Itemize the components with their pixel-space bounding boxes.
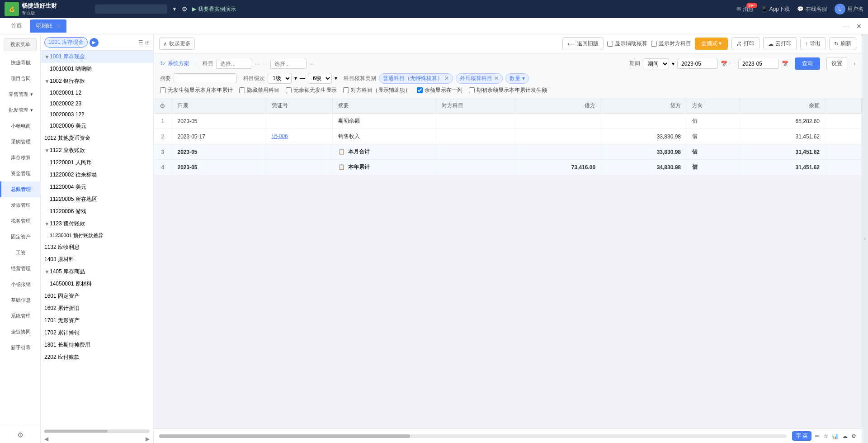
cb-balance-one-col[interactable]: 余额显示在一列 (417, 86, 462, 94)
subject-end-more-icon[interactable]: ··· (309, 61, 314, 67)
sidebar-item-report[interactable]: 小畅报销 (0, 276, 40, 292)
gold-format-btn[interactable]: 金额式 ▾ (695, 38, 728, 50)
tree-item-11220006[interactable]: 11220006 游戏 (41, 205, 153, 218)
sidebar-item-inventory-check[interactable]: 库存核算 (0, 150, 40, 166)
app-download-btn[interactable]: 📱 App下载 (761, 5, 790, 13)
sidebar-item-sys-mgmt[interactable]: 系统管理 (0, 308, 40, 324)
tab-close-all-btn[interactable]: ✕ (854, 22, 863, 31)
message-btn[interactable]: ✉ 消息 99+ (736, 5, 754, 13)
period-from-input[interactable] (677, 59, 718, 69)
user-area[interactable]: U 用户名 (835, 4, 863, 14)
tree-item-10020003[interactable]: 10020003 122 (41, 109, 153, 120)
sidebar-item-retail-mgmt[interactable]: 零售管理 ▾ (0, 86, 40, 102)
sidebar-item-quick-nav[interactable]: 快捷导航 (0, 55, 40, 71)
tree-collapse-btn[interactable]: ⊞ (145, 39, 150, 46)
period-calendar-icon-from[interactable]: 📅 (721, 61, 727, 67)
sidebar-item-new-guide[interactable]: 新手引导 (0, 340, 40, 356)
tree-item-1601[interactable]: 1601 固定资产 (41, 290, 153, 302)
tree-item-1701[interactable]: 1701 无形资产 (41, 314, 153, 327)
bottom-icon-4[interactable]: ☁ (842, 433, 848, 439)
tree-item-10020006[interactable]: 10020006 美元 (41, 120, 153, 132)
online-service-btn[interactable]: 💬 在线客服 (797, 5, 827, 13)
type-tag-foreign-close[interactable]: ✕ (494, 75, 499, 81)
bottom-icon-2[interactable]: ☆ (823, 433, 828, 439)
period-type-select[interactable]: 期间 (643, 58, 669, 69)
bottom-scrollbar[interactable] (159, 434, 787, 438)
sidebar-item-fund-mgmt[interactable]: 资金管理 (0, 166, 40, 181)
expand-filter-btn[interactable]: ∧ 收起更多 (159, 38, 195, 50)
tree-scrollbar[interactable] (44, 429, 150, 433)
voucher-link-006[interactable]: 记-006 (272, 133, 288, 139)
cb-no-amount[interactable]: 无发生额显示本月本年累计 (160, 86, 233, 94)
cb-hide-disabled[interactable]: 隐藏禁用科目 (239, 86, 279, 94)
tree-item-1123[interactable]: ▼ 1123 预付账款 (41, 218, 153, 230)
sidebar-item-wholesale-mgmt[interactable]: 批发管理 ▾ (0, 102, 40, 118)
return-old-btn[interactable]: ⟵ 退回旧版 (562, 37, 604, 50)
type-tag-normal-close[interactable]: ✕ (444, 75, 449, 81)
cb-init-balance-input[interactable] (469, 87, 475, 93)
tree-item-1405[interactable]: ▼ 1405 库存商品 (41, 266, 153, 278)
print-btn[interactable]: 🖨 打印 (731, 37, 760, 50)
th-settings[interactable]: ⚙ (154, 98, 172, 114)
lang-btn[interactable]: 字 英 (792, 431, 811, 441)
tree-item-1002[interactable]: ▼ 1002 银行存款 (41, 75, 153, 87)
tree-item-10010001[interactable]: 10010001 哟哟哟 (41, 63, 153, 75)
right-toggle[interactable]: › (862, 34, 868, 443)
show-opposite-account-checkbox[interactable]: 显示对方科目 (651, 40, 691, 48)
tree-item-1702[interactable]: 1702 累计摊销 (41, 327, 153, 339)
sidebar-item-purchase-mgmt[interactable]: 采购管理 (0, 134, 40, 150)
level-to-select[interactable]: 6级 (308, 73, 332, 84)
tree-item-1801[interactable]: 1801 长期待摊费用 (41, 339, 153, 351)
sidebar-item-ecom[interactable]: 小畅电商 (0, 118, 40, 134)
scroll-right-btn[interactable]: ▶ (146, 436, 150, 442)
sidebar-item-salary[interactable]: 工资 (0, 245, 40, 261)
sidebar-search-btn[interactable]: 搜索菜单 (4, 38, 37, 51)
sidebar-item-project-contract[interactable]: 项目合同 (0, 71, 40, 86)
top-dropdown-btn[interactable]: ▼ (172, 6, 177, 12)
table-settings-icon[interactable]: ⚙ (160, 102, 165, 110)
tree-item-10020002[interactable]: 10020002 23 (41, 98, 153, 109)
cloud-print-btn[interactable]: ☁ 云打印 (763, 37, 797, 50)
sidebar-item-fixed-assets[interactable]: 固定资产 (0, 229, 40, 245)
tree-nav-btn[interactable]: ▶ (90, 38, 99, 47)
summary-input[interactable] (174, 73, 237, 83)
tab-ledger[interactable]: 明细账 ✕ (30, 19, 66, 33)
sidebar-item-invoice-mgmt[interactable]: 发票管理 (0, 197, 40, 213)
show-opposite-account-input[interactable] (651, 41, 657, 47)
cb-no-amount-input[interactable] (160, 87, 166, 93)
tab-minimize-btn[interactable]: — (841, 22, 851, 31)
tree-item-1012[interactable]: 1012 其他货币资金 (41, 132, 153, 144)
tree-item-1403[interactable]: 1403 原材料 (41, 253, 153, 266)
settings-gear-btn[interactable]: ⚙ (4, 431, 37, 439)
period-calendar-icon-to[interactable]: 📅 (782, 61, 788, 67)
tree-item-11220002[interactable]: 11220002 往来标签 (41, 169, 153, 181)
period-to-input[interactable] (738, 59, 779, 69)
bottom-icon-1[interactable]: ✏ (815, 433, 820, 439)
cb-opposite-account[interactable]: 对方科目（显示辅助项） (343, 86, 410, 94)
sidebar-item-general-ledger[interactable]: 总账管理 (0, 181, 40, 197)
tree-item-11230001[interactable]: 11230001 预付账款差异 (41, 230, 153, 241)
tab-ledger-close[interactable]: ✕ (57, 24, 60, 29)
tree-item-1132[interactable]: 1132 应收利息 (41, 241, 153, 253)
setting-btn[interactable]: 设置 (826, 57, 847, 70)
row-2-voucher[interactable]: 记-006 (266, 129, 332, 144)
export-btn[interactable]: ↑ 导出 (800, 37, 826, 50)
scheme-label[interactable]: 系统方案 (168, 60, 189, 67)
top-gear-btn[interactable]: ⚙ (182, 5, 188, 13)
demo-btn[interactable]: ▶ 我要看实例演示 (192, 5, 236, 13)
tree-item-14050001[interactable]: 14050001 原材料 (41, 278, 153, 290)
tree-item-2202[interactable]: 2202 应付账款 (41, 351, 153, 363)
bottom-icon-5[interactable]: ⚙ (851, 433, 856, 439)
filter-right-toggle[interactable]: › (854, 61, 855, 67)
cb-hide-disabled-input[interactable] (239, 87, 245, 93)
sidebar-item-basic-info[interactable]: 基础信息 (0, 292, 40, 308)
tree-item-11220005[interactable]: 11220005 所在地区 (41, 193, 153, 205)
tree-item-10020001[interactable]: 10020001 12 (41, 87, 153, 98)
subject-input[interactable] (216, 59, 252, 69)
bottom-icon-3[interactable]: 📊 (832, 433, 839, 439)
tree-item-11220001[interactable]: 11220001 人民币 (41, 157, 153, 169)
subject-end-input[interactable] (270, 59, 307, 69)
tree-item-1001[interactable]: ▼ 1001 库存现金 (41, 51, 153, 63)
tree-item-1122[interactable]: ▼ 1122 应收账款 (41, 144, 153, 157)
query-btn[interactable]: 查询 (795, 57, 820, 70)
